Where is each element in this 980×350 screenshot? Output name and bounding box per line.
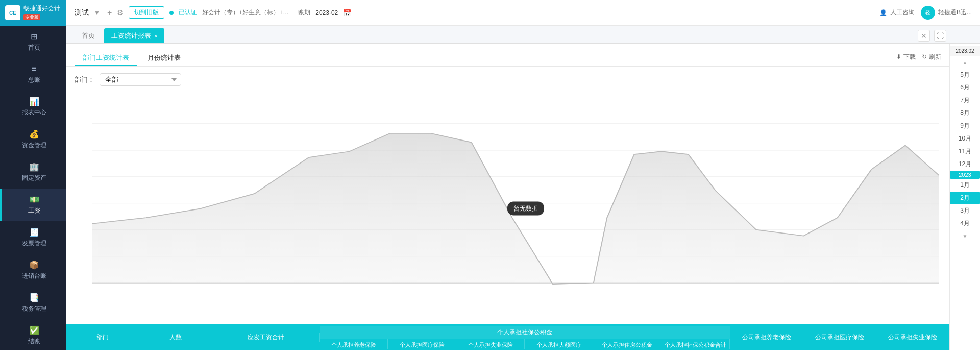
service-icon: 👤 <box>879 9 887 16</box>
reports-icon: 📊 <box>29 97 39 106</box>
logo-icon: CE <box>5 5 20 20</box>
month-5[interactable]: 5月 <box>950 68 980 81</box>
app-name: 畅捷通好会计 <box>23 5 60 13</box>
project-title: 测试 <box>75 8 89 17</box>
year-2023-badge: 2023 <box>950 171 980 179</box>
sidebar-item-reports[interactable]: 📊 报表中心 <box>0 90 66 123</box>
month-4[interactable]: 4月 <box>950 217 980 230</box>
sidebar-label-invoice: 发票管理 <box>22 239 46 248</box>
sidebar-item-salary[interactable]: 💵 工资 <box>0 189 66 221</box>
month-3[interactable]: 3月 <box>950 204 980 217</box>
status-dot <box>169 11 174 15</box>
group-cells: 个人承担养老保险 个人承担医疗保险 个人承担失业保险 个人承担大额医疗 个人承担… <box>320 339 730 349</box>
tab-salary-report[interactable]: 工资统计报表 × <box>104 28 164 43</box>
period-label: 账期 <box>298 8 310 17</box>
calendar-icon[interactable]: 📅 <box>343 9 352 17</box>
switch-old-btn[interactable]: 切到旧版 <box>129 6 164 19</box>
sidebar-item-invoice[interactable]: 🧾 发票管理 <box>0 221 66 254</box>
sidebar-label-purchases: 进销台账 <box>22 272 46 281</box>
topbar-right: 👤 人工咨询 轻 轻捷通B迅... <box>879 6 972 20</box>
col-personal-pension: 个人承担养老保险 <box>320 339 388 349</box>
settings-btn[interactable]: ⚙ <box>117 8 124 17</box>
date-up-btn[interactable]: ▲ <box>960 57 970 67</box>
sidebar-item-purchases[interactable]: 📦 进销台账 <box>0 254 66 287</box>
col-personal-total: 个人承担社保公积金合计 <box>662 339 730 349</box>
download-icon: ⬇ <box>896 53 901 60</box>
col-company-medical: 公司承担医疗保险 <box>803 333 876 342</box>
invoice-icon: 🧾 <box>29 227 39 237</box>
tab-close-icon[interactable]: × <box>154 33 157 39</box>
month-2-active[interactable]: 2月 <box>950 192 980 204</box>
right-sidebar-date: 2023.02 ▲ 5月 6月 7月 8月 9月 10月 11月 12月 202… <box>949 44 980 350</box>
sidebar-label-ledger: 总账 <box>28 76 40 84</box>
home-icon: ⊞ <box>31 32 37 41</box>
dept-filter-label: 部门： <box>75 75 94 84</box>
col-company-pension: 公司承担养老保险 <box>730 333 803 342</box>
month-7[interactable]: 7月 <box>950 94 980 107</box>
sidebar-label-close: 结账 <box>28 337 40 346</box>
dept-filter-select[interactable]: 全部 财务部 销售部 技术部 <box>100 73 181 86</box>
sidebar-item-close-account[interactable]: ✅ 结账 <box>0 319 66 350</box>
purchases-icon: 📦 <box>29 260 39 270</box>
month-8[interactable]: 8月 <box>950 107 980 120</box>
month-12[interactable]: 12月 <box>950 158 980 171</box>
sidebar-item-home[interactable]: ⊞ 首页 <box>0 26 66 58</box>
sidebar-item-assets[interactable]: 🏢 固定资产 <box>0 156 66 189</box>
month-1[interactable]: 1月 <box>950 179 980 192</box>
sub-tabs: 部门工资统计表 月份统计表 ⬇ 下载 ↻ 刷新 <box>66 44 949 67</box>
edition-badge: 专业版 <box>23 14 40 20</box>
funds-icon: 💰 <box>29 129 39 139</box>
sidebar: CE 畅捷通好会计 专业版 ⊞ 首页 ≡ 总账 📊 报表中心 💰 资金管理 🏢 … <box>0 0 66 350</box>
sidebar-item-ledger[interactable]: ≡ 总账 <box>0 58 66 90</box>
col-personal-medical: 个人承担医疗保险 <box>388 339 456 349</box>
sidebar-label-salary: 工资 <box>28 206 40 215</box>
sidebar-item-tax[interactable]: 📑 税务管理 <box>0 287 66 319</box>
ledger-icon: ≡ <box>32 64 36 74</box>
table-footer: 部门 人数 应发工资合计 个人承担社保公积金 个人承担养老保险 个人承担医疗保险… <box>66 324 949 350</box>
add-btn[interactable]: + <box>107 8 112 17</box>
month-9[interactable]: 9月 <box>950 120 980 132</box>
tabs-row: 首页 工资统计报表 × <box>66 26 980 44</box>
sidebar-item-funds[interactable]: 💰 资金管理 <box>0 123 66 156</box>
date-display[interactable]: 2023.02 <box>950 46 980 56</box>
content-area: ✕ ⛶ 部门工资统计表 月份统计表 ⬇ 下载 ↻ <box>66 44 980 350</box>
col-dept: 部门 <box>66 333 139 342</box>
col-personal-unemploy: 个人承担失业保险 <box>456 339 525 349</box>
chart-tooltip: 暂无数据 <box>507 201 544 215</box>
sidebar-nav: ⊞ 首页 ≡ 总账 📊 报表中心 💰 资金管理 🏢 固定资产 💵 工资 🧾 发票… <box>0 26 66 350</box>
month-11[interactable]: 11月 <box>950 145 980 158</box>
date-down-btn[interactable]: ▼ <box>960 231 970 241</box>
download-btn[interactable]: ⬇ 下载 <box>896 53 916 61</box>
month-10[interactable]: 10月 <box>950 132 980 145</box>
tax-icon: 📑 <box>29 293 39 302</box>
chart-container: 0 50 100 150 200 250 300 350 <box>66 92 949 324</box>
user-service[interactable]: 👤 人工咨询 <box>879 8 915 17</box>
col-personal-major-medical: 个人承担大额医疗 <box>525 339 593 349</box>
col-total-wage: 应发工资合计 <box>212 333 320 342</box>
topbar: 测试 ▼ + ⚙ 切到旧版 已认证 好会计（专）+好生意（标）+… 账期 202… <box>66 0 980 26</box>
project-arrow[interactable]: ▼ <box>94 9 100 16</box>
period-value: 2023-02 <box>315 9 338 16</box>
sub-tab-dept[interactable]: 部门工资统计表 <box>75 50 137 66</box>
user-profile[interactable]: 轻 轻捷通B迅... <box>921 6 972 20</box>
refresh-icon: ↻ <box>922 53 927 60</box>
col-company-unemploy: 公司承担失业保险 <box>876 333 949 342</box>
filter-row: 部门： 全部 财务部 销售部 技术部 <box>66 67 949 92</box>
sidebar-label-tax: 税务管理 <box>22 305 46 313</box>
assets-icon: 🏢 <box>29 162 39 172</box>
sidebar-label-funds: 资金管理 <box>22 141 46 150</box>
month-6[interactable]: 6月 <box>950 81 980 94</box>
group-header: 个人承担社保公积金 <box>320 326 730 339</box>
main-area: 测试 ▼ + ⚙ 切到旧版 已认证 好会计（专）+好生意（标）+… 账期 202… <box>66 0 980 350</box>
sidebar-label-assets: 固定资产 <box>22 174 46 182</box>
col-personal-housing: 个人承担住房公积金 <box>593 339 662 349</box>
certified-status: 已认证 <box>179 8 197 17</box>
tags: 好会计（专）+好生意（标）+… <box>202 8 289 17</box>
sub-tab-monthly[interactable]: 月份统计表 <box>139 50 189 66</box>
sidebar-logo: CE 畅捷通好会计 专业版 <box>0 0 66 26</box>
sub-tab-actions: ⬇ 下载 ↻ 刷新 <box>896 50 941 66</box>
refresh-btn[interactable]: ↻ 刷新 <box>922 53 941 61</box>
main-panel: 部门工资统计表 月份统计表 ⬇ 下载 ↻ 刷新 <box>66 44 949 350</box>
tab-home[interactable]: 首页 <box>75 28 102 43</box>
salary-icon: 💵 <box>29 195 39 204</box>
